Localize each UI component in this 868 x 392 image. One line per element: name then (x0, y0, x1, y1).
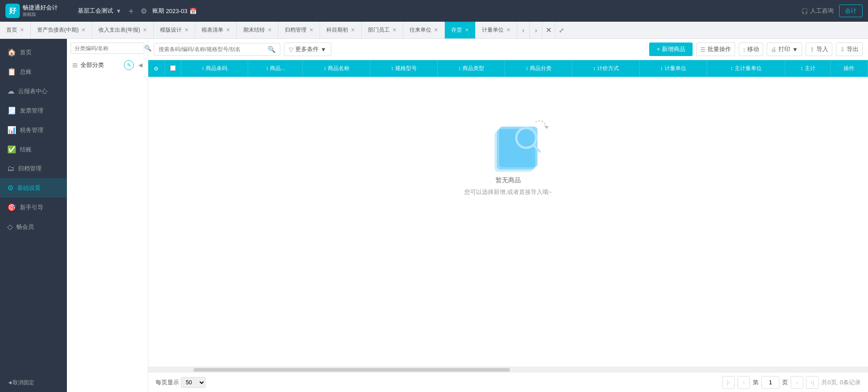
import-button[interactable]: ⇪ 导入 (806, 43, 832, 56)
add-company-button[interactable]: ＋ (127, 5, 135, 16)
tab-income-annual[interactable]: 收入支出表(年报) ✕ (92, 22, 154, 38)
tab-close-icon[interactable]: ✕ (309, 27, 313, 33)
tab-close-icon[interactable]: ✕ (226, 27, 230, 33)
th-settings[interactable]: ⚙ (148, 60, 165, 77)
th-barcode[interactable]: ↕ 商品条码 (181, 60, 248, 77)
page-label: 第 (753, 378, 759, 387)
left-panel: 🔍 ⊞ 全部分类 ✎ ◀ (67, 39, 148, 392)
th-label: ↕ 计价方式 (593, 65, 618, 71)
export-button[interactable]: ⇩ 导出 (836, 43, 863, 56)
first-page-button[interactable]: |‹ (722, 376, 735, 389)
tab-close-all-button[interactable]: ✕ (542, 22, 555, 38)
main-search-input[interactable] (159, 46, 265, 52)
period-value: 2023-03 (166, 8, 188, 14)
prev-page-button[interactable]: ‹ (737, 376, 750, 389)
batch-ops-button[interactable]: ☰ 批量操作 (696, 43, 735, 56)
add-product-label: + 新增商品 (656, 45, 685, 53)
tab-tax-list[interactable]: 税表清单 ✕ (195, 22, 237, 38)
tab-next-button[interactable]: › (530, 22, 542, 38)
tab-close-icon[interactable]: ✕ (434, 27, 438, 33)
next-page-button[interactable]: › (791, 376, 803, 389)
th-spec[interactable]: ↕ 规格型号 (370, 60, 438, 77)
tab-bar: 首页 ✕ 资产负债表(中期) ✕ 收入支出表(年报) ✕ 模版设计 ✕ 税表清单… (0, 22, 868, 39)
logo-text: 畅捷通好会计 (23, 4, 58, 11)
th-unit[interactable]: ↕ 计量单位 (640, 60, 707, 77)
tab-home[interactable]: 首页 ✕ (0, 22, 31, 38)
tab-archive[interactable]: 归档管理 ✕ (278, 22, 320, 38)
tab-close-icon[interactable]: ✕ (465, 27, 469, 33)
th-main-unit[interactable]: ↕ 主计量单位 (707, 60, 785, 77)
move-icon: ↕ (743, 46, 746, 53)
unpin-button[interactable]: ◄取消固定 (0, 373, 67, 392)
tab-close-icon[interactable]: ✕ (268, 27, 272, 33)
page-size-selector[interactable]: 每页显示 50 20 100 (156, 377, 206, 388)
sidebar-item-archive[interactable]: 🗂 归档管理 (0, 159, 67, 178)
main-search-icon[interactable]: 🔍 (268, 46, 275, 53)
export-label: 导出 (847, 45, 859, 53)
scrollbar-thumb[interactable] (193, 368, 510, 372)
th-checkbox[interactable] (165, 60, 181, 77)
page-size-select[interactable]: 50 20 100 (181, 377, 206, 388)
all-category-item[interactable]: ⊞ 全部分类 ✎ ◀ (71, 57, 144, 73)
sidebar-item-cloud-reports[interactable]: ☁ 云报表中心 (0, 81, 67, 101)
sidebar-item-member[interactable]: ◇ 畅会员 (0, 217, 67, 236)
empty-state: 暂无商品 您可以选择新增,或者直接导入哦~ (148, 77, 868, 232)
tab-label: 部门员工 (368, 26, 390, 34)
sidebar-item-basic-settings[interactable]: ⚙ 基础设置 (0, 178, 67, 198)
horizontal-scrollbar[interactable] (148, 367, 868, 372)
company-dropdown-icon[interactable]: ▼ (116, 8, 122, 14)
sidebar-label: 基础设置 (17, 184, 41, 192)
empty-icon (481, 113, 535, 167)
tab-dept-staff[interactable]: 部门员工 ✕ (362, 22, 403, 38)
sidebar-item-invoice[interactable]: 🧾 发票管理 (0, 101, 67, 120)
logo-icon: 好 (5, 4, 20, 18)
add-product-button[interactable]: + 新增商品 (649, 43, 692, 56)
main-search-box[interactable]: 🔍 (154, 43, 280, 56)
category-search-box[interactable]: 🔍 (71, 43, 144, 54)
last-page-button[interactable]: ›| (806, 376, 819, 389)
tab-template[interactable]: 模版设计 ✕ (154, 22, 195, 38)
category-search-input[interactable] (75, 45, 142, 52)
th-code[interactable]: ↕ 商品... (248, 60, 303, 77)
ledger-icon: 📋 (7, 67, 16, 76)
help-button[interactable]: 🎧 人工咨询 (801, 7, 834, 15)
tab-prev-button[interactable]: ‹ (517, 22, 530, 38)
account-button[interactable]: 会计 (839, 5, 863, 17)
print-button[interactable]: 🖨 打印 ▼ (767, 43, 802, 56)
tab-close-icon[interactable]: ✕ (392, 27, 396, 33)
tab-expand-button[interactable]: ⤢ (555, 22, 568, 38)
tab-balance-mid[interactable]: 资产负债表(中期) ✕ (31, 22, 92, 38)
calendar-icon[interactable]: 📅 (189, 8, 197, 14)
pagination: 每页显示 50 20 100 |‹ ‹ 第 页 › ›| 共0页, 0条记录 (148, 372, 868, 392)
filter-button[interactable]: ▽ 更多条件 ▼ (284, 43, 331, 56)
tab-inventory[interactable]: 存货 ✕ (445, 22, 476, 38)
tab-close-icon[interactable]: ✕ (506, 27, 510, 33)
sidebar-item-tax[interactable]: 📊 税务管理 (0, 120, 67, 140)
tab-unit[interactable]: 计量单位 ✕ (476, 22, 517, 38)
th-category[interactable]: ↕ 商品分类 (505, 60, 572, 77)
sidebar-item-ledger[interactable]: 📋 总账 (0, 62, 67, 81)
edit-category-button[interactable]: ✎ (124, 60, 134, 70)
tab-close-icon[interactable]: ✕ (184, 27, 189, 33)
sidebar-item-close[interactable]: ✅ 结账 (0, 140, 67, 159)
th-name[interactable]: ↕ 商品名称 (303, 60, 370, 77)
tab-close-icon[interactable]: ✕ (20, 27, 24, 33)
tab-close-icon[interactable]: ✕ (81, 27, 85, 33)
th-main-count[interactable]: ↕ 主计 (785, 60, 830, 77)
tab-period-close[interactable]: 期末结转 ✕ (237, 22, 278, 38)
move-button[interactable]: ↕ 移动 (739, 43, 764, 56)
page-navigation: |‹ ‹ 第 页 › ›| 共0页, 0条记录 (722, 376, 861, 389)
settings-icon[interactable]: ⚙ (141, 7, 147, 15)
page-number-input[interactable] (761, 376, 779, 389)
tab-close-icon[interactable]: ✕ (143, 27, 147, 33)
th-price-method[interactable]: ↕ 计价方式 (572, 60, 640, 77)
tab-contacts[interactable]: 往来单位 ✕ (403, 22, 445, 38)
tab-subject-init[interactable]: 科目期初 ✕ (320, 22, 362, 38)
select-all-checkbox[interactable] (170, 65, 176, 71)
th-type[interactable]: ↕ 商品类型 (438, 60, 505, 77)
sidebar-item-home[interactable]: 🏠 首页 (0, 43, 67, 62)
company-selector[interactable]: 基层工会测试 ▼ (78, 7, 122, 15)
collapse-icon[interactable]: ◀ (138, 62, 142, 68)
sidebar-item-guide[interactable]: 🎯 新手引导 (0, 198, 67, 217)
tab-close-icon[interactable]: ✕ (351, 27, 355, 33)
